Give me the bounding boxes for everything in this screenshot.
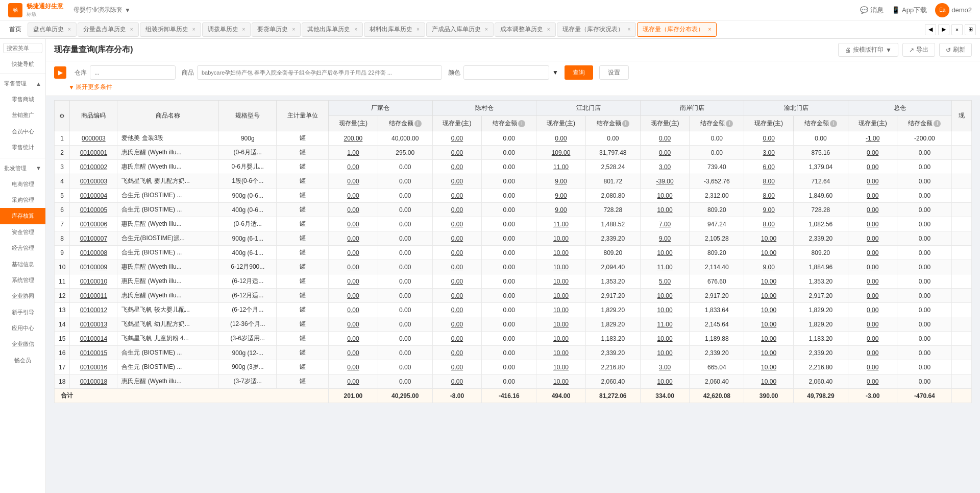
industry-selector[interactable]: 母婴行业演示陈套 ▼ [74,6,131,14]
tab-4[interactable]: 调拨单历史 × [202,22,251,37]
app-download-btn[interactable]: 📱 App下载 [892,6,927,15]
row-name: 惠氏启醒 (Wyeth illu... [117,374,219,389]
sidebar-item-purchase[interactable]: 采购管理 [0,192,45,208]
row-total-qty: 0.00 [848,203,897,217]
row-f-qty: 0.00 [329,274,378,289]
tab-11[interactable]: 现存量（库存分布表） × [637,22,717,37]
sidebar-item-retail-mgmt[interactable]: 零售管理▲ [0,76,45,91]
row-yb-amt: 728.28 [793,203,848,217]
sidebar-item-wechat[interactable]: 企业微信 [0,336,45,352]
row-jb-qty: 10.00 [536,346,585,360]
top-bar-left: 畅 畅捷通好生意 标版 母婴行业演示陈套 ▼ [8,2,131,18]
row-no: 14 [55,317,70,332]
sidebar-item-member2[interactable]: 畅会员 [0,353,45,368]
row-c-amt: 0.00 [482,231,536,246]
tab-5[interactable]: 要货单历史 × [252,22,301,37]
sidebar-quick-nav[interactable]: 快捷导航 [0,57,45,71]
print-btn[interactable]: 🖨 按模版打印 ▼ [838,43,898,57]
export-btn[interactable]: ↗ 导出 [902,43,935,57]
row-na-qty: 3.00 [640,160,689,174]
sum-c-qty: -8.00 [432,389,481,403]
settings-btn[interactable]: 设置 [599,65,629,80]
row-unit: 罐 [277,217,329,231]
tab-close-all-btn[interactable]: × [951,24,963,35]
tab-prev-btn[interactable]: ◀ [925,24,936,35]
message-btn[interactable]: 💬 消息 [860,6,884,15]
col-jb-amt: 结存金额i [585,116,640,131]
row-total-amt: 0.00 [897,317,952,332]
row-jb-amt: 1,829.20 [585,303,640,317]
filter-expand-arrow[interactable]: ▶ [54,66,66,79]
sidebar-item-basic-info[interactable]: 基础信息 [0,256,45,272]
row-total-qty: 0.00 [848,346,897,360]
sidebar-item-inventory[interactable]: 库存核算 [0,208,45,224]
sidebar-item-retail-mall[interactable]: 零售商城 [0,91,45,107]
goods-input[interactable] [197,65,442,80]
filter-warehouse: 仓库 [75,65,176,80]
row-unit: 罐 [277,260,329,274]
row-jb-amt: 1,488.52 [585,217,640,231]
row-unit: 罐 [277,346,329,360]
search-input[interactable] [3,43,42,53]
tab-8[interactable]: 产成品入库单历史 × [426,22,494,37]
row-c-qty: 0.00 [432,217,481,231]
row-spec: 400g (0-6... [219,203,277,217]
sidebar-item-operations[interactable]: 经营管理 [0,240,45,256]
row-yb-amt: 2,339.20 [793,346,848,360]
tab-3[interactable]: 组装拆卸单历史 × [140,22,201,37]
col-na-qty: 现存量(主) [640,116,689,131]
refresh-btn[interactable]: ↺ 刷新 [939,43,972,57]
row-yb-qty: 8.00 [744,174,793,189]
tab-10[interactable]: 现存量（库存状况表） × [557,22,636,37]
col-total-qty: 现存量(主) [848,116,897,131]
color-input[interactable] [463,65,549,80]
sidebar-item-member[interactable]: 会员中心 [0,124,45,139]
row-name: 爱他美 盒装3段 [117,131,219,146]
tab-9[interactable]: 成本调整单历史 × [495,22,556,37]
row-jb-amt: 2,528.24 [585,160,640,174]
row-spec: 6-12月900... [219,260,277,274]
expand-conditions-btn[interactable]: ▼ 展开更多条件 [68,83,972,91]
sidebar-item-enterprise[interactable]: 企业协同 [0,288,45,304]
row-jb-amt: 728.28 [585,203,640,217]
row-jb-amt: 2,094.40 [585,260,640,274]
row-extra [952,160,972,174]
sidebar-item-marketing[interactable]: 营销推广 [0,107,45,123]
row-total-qty: 0.00 [848,174,897,189]
row-yb-amt: 2,339.20 [793,231,848,246]
row-no: 11 [55,274,70,289]
sidebar-item-guide[interactable]: 新手引导 [0,304,45,320]
row-na-amt: 2,339.20 [690,346,744,360]
sidebar-item-wholesale-mgmt[interactable]: 批发管理▼ [0,160,45,176]
sidebar-item-retail-stats[interactable]: 零售统计 [0,139,45,155]
sidebar-item-system[interactable]: 系统管理 [0,272,45,288]
col-settings[interactable]: ⚙ [55,101,70,131]
table-row: 2 00100001 惠氏启醒 (Wyeth illu... (0-6月适...… [55,146,972,160]
row-f-qty: 0.00 [329,332,378,346]
row-total-qty: -1.00 [848,131,897,146]
row-code: 0000003 [70,131,117,146]
tab-6[interactable]: 其他出库单历史 × [302,22,363,37]
row-no: 18 [55,374,70,389]
warehouse-input[interactable] [90,65,176,80]
sidebar-item-app-center[interactable]: 应用中心 [0,320,45,336]
row-code: 00100001 [70,146,117,160]
tab-2[interactable]: 分量盘点单历史 × [78,22,139,37]
row-extra [952,246,972,260]
query-btn[interactable]: 查询 [565,65,593,80]
row-c-qty: 0.00 [432,274,481,289]
tab-next-btn[interactable]: ▶ [938,24,949,35]
row-f-qty: 0.00 [329,217,378,231]
row-yb-amt: 1,379.04 [793,160,848,174]
row-na-qty: 5.00 [640,274,689,289]
user-avatar[interactable]: Ea demo2 [935,3,972,17]
sidebar-item-ecommerce[interactable]: 电商管理 [0,176,45,192]
tab-1[interactable]: 盘点单历史 × [28,22,77,37]
tab-7[interactable]: 材料出库单历史 × [364,22,425,37]
col-extra-header: 现 [952,101,972,131]
tab-home[interactable]: 首页 [4,22,27,37]
row-no: 1 [55,131,70,146]
row-total-amt: 0.00 [897,260,952,274]
sidebar-item-finance[interactable]: 资金管理 [0,224,45,240]
tab-expand-btn[interactable]: ⊞ [965,24,976,35]
